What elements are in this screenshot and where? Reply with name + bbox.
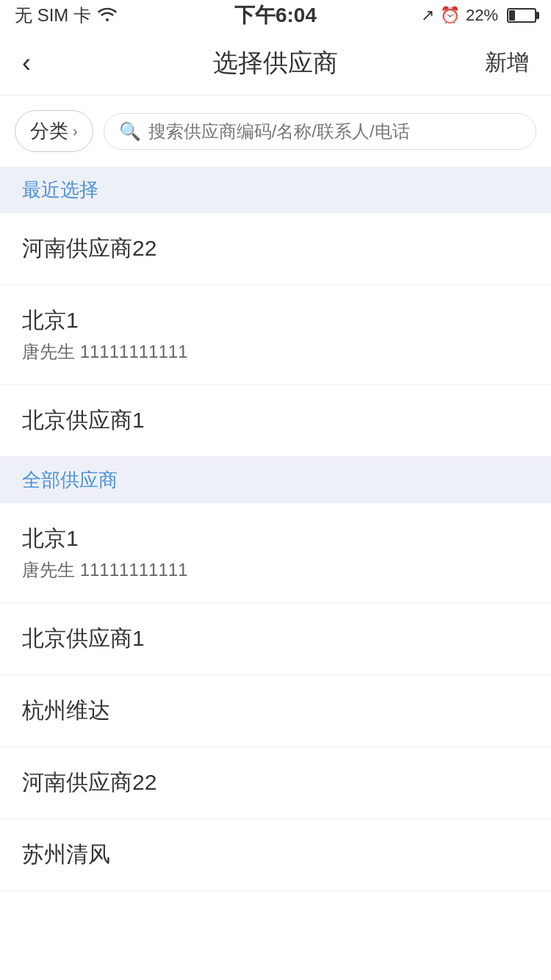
list-item[interactable]: 河南供应商22 (0, 213, 551, 285)
new-button[interactable]: 新增 (485, 48, 529, 78)
item-name: 北京供应商1 (22, 624, 529, 654)
search-box: 🔍 (104, 113, 536, 150)
chevron-right-icon: › (73, 123, 78, 140)
item-sub: 唐先生 11111111111 (22, 340, 529, 364)
nav-bar: ‹ 选择供应商 新增 (0, 31, 551, 96)
category-button[interactable]: 分类 › (15, 110, 93, 152)
battery-label: 22% (466, 6, 498, 25)
status-left: 无 SIM 卡 (15, 4, 118, 27)
item-name: 河南供应商22 (22, 234, 529, 264)
list-item[interactable]: 北京供应商1 (0, 603, 551, 675)
list-item[interactable]: 北京1唐先生 11111111111 (0, 285, 551, 385)
supplier-list: 最近选择河南供应商22北京1唐先生 11111111111北京供应商1全部供应商… (0, 167, 551, 891)
no-sim-label: 无 SIM 卡 (15, 4, 91, 27)
page-title: 选择供应商 (213, 46, 338, 80)
section-header-recent: 最近选择 (0, 167, 551, 213)
item-name: 杭州维达 (22, 696, 529, 726)
wifi-icon (97, 5, 118, 26)
item-name: 北京供应商1 (22, 406, 529, 436)
item-sub: 唐先生 11111111111 (22, 558, 529, 582)
list-item[interactable]: 苏州清风 (0, 819, 551, 891)
item-name: 北京1 (22, 306, 529, 336)
status-time: 下午6:04 (234, 1, 317, 29)
list-item[interactable]: 北京1唐先生 11111111111 (0, 503, 551, 603)
status-bar: 无 SIM 卡 下午6:04 ↗ ⏰ 22% (0, 0, 551, 31)
alarm-icon: ⏰ (440, 6, 460, 25)
list-item[interactable]: 杭州维达 (0, 675, 551, 747)
category-label: 分类 (30, 118, 68, 144)
section-header-all: 全部供应商 (0, 457, 551, 503)
list-item[interactable]: 北京供应商1 (0, 385, 551, 457)
filter-bar: 分类 › 🔍 (0, 96, 551, 167)
search-input[interactable] (148, 121, 521, 142)
item-name: 苏州清风 (22, 840, 529, 870)
search-icon: 🔍 (119, 121, 141, 142)
location-icon: ↗ (421, 6, 434, 25)
back-button[interactable]: ‹ (22, 48, 66, 79)
item-name: 北京1 (22, 524, 529, 554)
battery-icon (507, 8, 536, 23)
status-right: ↗ ⏰ 22% (421, 6, 536, 25)
item-name: 河南供应商22 (22, 768, 529, 798)
list-item[interactable]: 河南供应商22 (0, 747, 551, 819)
